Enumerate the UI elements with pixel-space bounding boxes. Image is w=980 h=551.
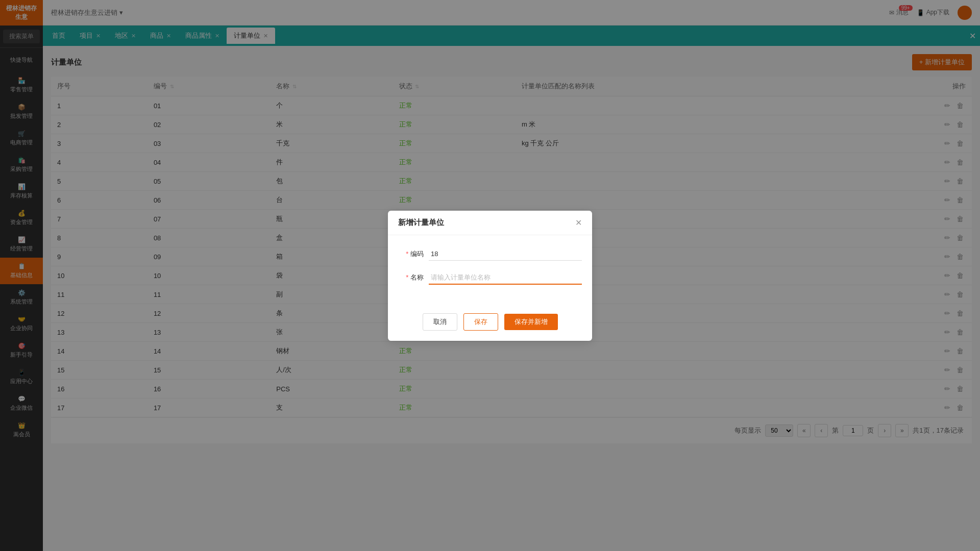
save-and-new-button[interactable]: 保存并新增: [504, 314, 558, 330]
code-required-mark: *: [406, 250, 408, 258]
modal-title: 新增计量单位: [398, 218, 444, 228]
code-input[interactable]: [429, 247, 582, 261]
name-required-mark: *: [406, 273, 408, 281]
add-unit-modal: 新增计量单位 ✕ * 编码 * 名称 取消 保存 保存并新增: [388, 211, 592, 341]
modal-overlay: 新增计量单位 ✕ * 编码 * 名称 取消 保存 保存并新增: [0, 0, 980, 551]
code-label: * 编码: [398, 249, 424, 259]
name-label: * 名称: [398, 273, 424, 282]
modal-body: * 编码 * 名称: [388, 235, 592, 307]
cancel-button[interactable]: 取消: [423, 313, 457, 331]
form-row-name: * 名称: [398, 271, 582, 285]
form-row-code: * 编码: [398, 247, 582, 261]
save-button[interactable]: 保存: [463, 313, 498, 331]
modal-footer: 取消 保存 保存并新增: [388, 307, 592, 341]
name-input[interactable]: [429, 271, 582, 285]
modal-header: 新增计量单位 ✕: [388, 211, 592, 235]
modal-close-button[interactable]: ✕: [575, 218, 582, 228]
